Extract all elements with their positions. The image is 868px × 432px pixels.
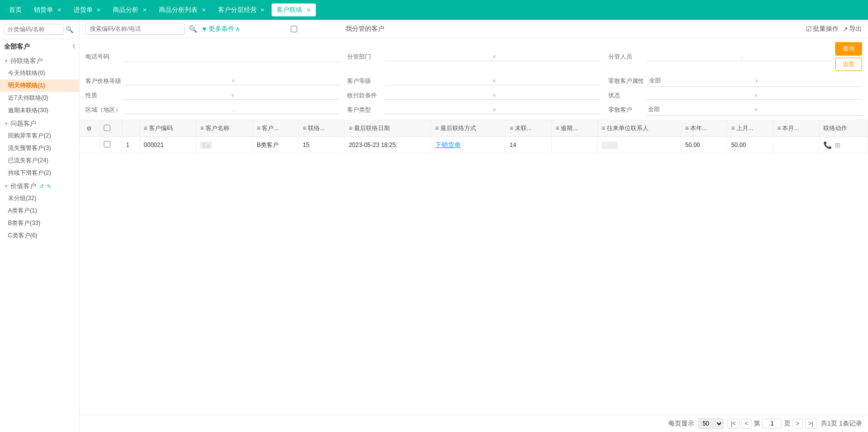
col-contact[interactable]: ≡ 联络... xyxy=(298,120,345,137)
sidebar-search-icon[interactable]: 🔍 xyxy=(66,26,73,33)
row-last-contact-method[interactable]: 下销货单 xyxy=(431,137,506,153)
col-type[interactable]: ≡ 客户... xyxy=(253,120,299,137)
sidebar-7days-pending[interactable]: 近7天待联络(0) xyxy=(0,92,79,104)
sidebar-overdue-pending[interactable]: 逾期未联络(30) xyxy=(0,104,79,117)
col-last-month[interactable]: ≡ 上月... xyxy=(727,120,773,137)
col-checkbox xyxy=(99,120,122,137)
filter-price-level-label: 客户价格等级 xyxy=(85,77,121,85)
filter-price-level-row: 客户价格等级 ∨ xyxy=(85,75,339,87)
last-page-button[interactable]: >| xyxy=(805,419,817,429)
nav-analysis[interactable]: 商品分析 ✕ xyxy=(108,3,152,16)
col-gear[interactable]: ⚙ xyxy=(79,120,99,137)
filter-customer-level-select[interactable]: ∨ xyxy=(385,76,601,85)
sidebar-abnormal-repurchase[interactable]: 回购异常客户(2) xyxy=(0,130,79,142)
filter-actions: 查询 设置 xyxy=(835,42,862,71)
nav-sales-close[interactable]: ✕ xyxy=(57,7,62,13)
sidebar-today-pending[interactable]: 今天待联络(0) xyxy=(0,67,79,79)
problem-triangle-icon: ▼ xyxy=(4,121,8,126)
row-name: Ea xyxy=(196,137,253,153)
sidebar-search-input[interactable] xyxy=(4,24,64,35)
sidebar-class-a[interactable]: A类客户(1) xyxy=(0,205,79,217)
next-page-button[interactable]: > xyxy=(793,419,803,429)
filter-dept-select[interactable]: ∨ xyxy=(385,52,601,61)
filter-region-label: 区域（地区） xyxy=(85,106,121,114)
filter-gender-select[interactable]: ∨ xyxy=(123,91,339,100)
filter-manager-row: 分管人员 ... 查询 设置 xyxy=(608,42,862,71)
my-customers-checkbox-label[interactable]: 我分管的客户 xyxy=(244,24,384,33)
col-overdue[interactable]: ≡ 逾期... xyxy=(551,120,597,137)
first-page-button[interactable]: |< xyxy=(727,419,739,429)
batch-op-button[interactable]: ☑ 批量操作 xyxy=(806,24,839,33)
action-phone-icon[interactable]: 📞 xyxy=(823,141,832,149)
col-this-year[interactable]: ≡ 本年... xyxy=(681,120,727,137)
export-button[interactable]: ↗ 导出 xyxy=(843,24,862,33)
col-action: 联络动作 xyxy=(819,120,868,137)
row-code: 000021 xyxy=(140,137,196,153)
row-select-checkbox[interactable] xyxy=(104,141,110,147)
nav-analysis-list[interactable]: 商品分析列表 ✕ xyxy=(154,3,211,16)
sidebar-ungrouped[interactable]: 未分组(32) xyxy=(0,192,79,205)
page-label: 第 xyxy=(754,419,760,428)
nav-customer-contact-close[interactable]: ✕ xyxy=(306,7,311,13)
row-name-value: Ea xyxy=(200,142,212,149)
nav-purchase[interactable]: 进货单 ✕ xyxy=(69,3,106,16)
action-grid-icon[interactable]: ⊞ xyxy=(835,141,841,149)
filter-status-row: 状态 ∨ xyxy=(608,91,862,100)
nav-sales[interactable]: 销货单 ✕ xyxy=(29,3,67,16)
filter-status-select[interactable]: ∨ xyxy=(646,91,862,100)
nav-analysis-list-close[interactable]: ✕ xyxy=(202,7,206,13)
col-name[interactable]: ≡ 客户名称 xyxy=(196,120,253,137)
dept-arrow-icon: ∨ xyxy=(493,54,598,59)
sidebar-class-b[interactable]: B类客户(33) xyxy=(0,217,79,229)
row-gear xyxy=(79,137,99,153)
nav-customer-contact[interactable]: 客户联络 ✕ xyxy=(272,3,316,16)
filter-manager-select[interactable]: ... xyxy=(646,52,832,61)
filter-customer-type-select[interactable]: ∨ xyxy=(385,105,601,114)
sidebar-churn-warning[interactable]: 流失预警客户(3) xyxy=(0,142,79,154)
sidebar-declining[interactable]: 持续下滑客户(2) xyxy=(0,167,79,179)
filter-retail-customer-select[interactable]: 全部 ∨ xyxy=(646,104,862,116)
col-code[interactable]: ≡ 客户编码 xyxy=(140,120,196,137)
page-input[interactable] xyxy=(762,419,782,429)
prev-page-button[interactable]: < xyxy=(741,419,752,429)
col-no-contact[interactable]: ≡ 未联... xyxy=(506,120,552,137)
per-page-select[interactable]: 50 100 200 xyxy=(698,418,723,429)
filter-phone-input[interactable] xyxy=(123,52,339,62)
price-level-arrow-icon: ∨ xyxy=(231,78,337,83)
action-icons: 📞 ⊞ xyxy=(823,141,864,149)
set-button[interactable]: 设置 xyxy=(835,58,862,71)
sidebar-tomorrow-pending[interactable]: 明天待联络(1) xyxy=(0,79,79,92)
nav-home[interactable]: 首页 xyxy=(4,3,27,16)
query-button[interactable]: 查询 xyxy=(835,42,862,56)
sidebar-churned[interactable]: 已流失客户(24) xyxy=(0,154,79,167)
filter-price-level-select[interactable]: ∨ xyxy=(124,76,339,85)
pending-triangle-icon: ▼ xyxy=(4,59,8,64)
value-edit-icon[interactable]: ✎ xyxy=(47,183,51,190)
filter-payment-select[interactable]: ∨ xyxy=(385,91,601,100)
last-contact-link[interactable]: 下销货单 xyxy=(435,141,461,148)
nav-customer-segment[interactable]: 客户分层经营 ✕ xyxy=(213,3,270,16)
sidebar-all-customers[interactable]: 全部客户 《 xyxy=(0,39,79,54)
nav-analysis-close[interactable]: ✕ xyxy=(143,7,147,13)
col-unit-contact[interactable]: ≡ 往来单位联系人 xyxy=(597,120,681,137)
retail-customer-arrow-icon: ∨ xyxy=(754,107,860,112)
select-all-checkbox[interactable] xyxy=(104,125,110,131)
page-suffix: 页 xyxy=(784,419,791,428)
value-refresh-icon[interactable]: ↺ xyxy=(39,183,44,190)
row-type: B类客户 xyxy=(253,137,299,153)
row-unit-contact xyxy=(597,137,681,153)
search-input[interactable] xyxy=(85,23,185,35)
col-this-month[interactable]: ≡ 本月... xyxy=(773,120,819,137)
row-checkbox[interactable] xyxy=(99,137,122,153)
my-customers-checkbox[interactable] xyxy=(244,26,344,32)
top-nav: 首页 销货单 ✕ 进货单 ✕ 商品分析 ✕ 商品分析列表 ✕ 客户分层经营 ✕ … xyxy=(0,0,868,20)
search-button[interactable]: 🔍 xyxy=(189,25,197,33)
filter-retail-attr-select[interactable]: 全部 ∨ xyxy=(647,75,862,87)
filter-region-select[interactable]: ... xyxy=(124,105,339,114)
col-last-contact-method[interactable]: ≡ 最后联络方式 xyxy=(431,120,506,137)
nav-purchase-close[interactable]: ✕ xyxy=(96,7,101,13)
sidebar-class-c[interactable]: C类客户(6) xyxy=(0,229,79,242)
nav-customer-segment-close[interactable]: ✕ xyxy=(260,7,265,13)
col-last-contact-date[interactable]: ≡ 最后联络日期 xyxy=(345,120,431,137)
more-filter-button[interactable]: ▼ 更多条件 ∧ xyxy=(201,24,240,33)
